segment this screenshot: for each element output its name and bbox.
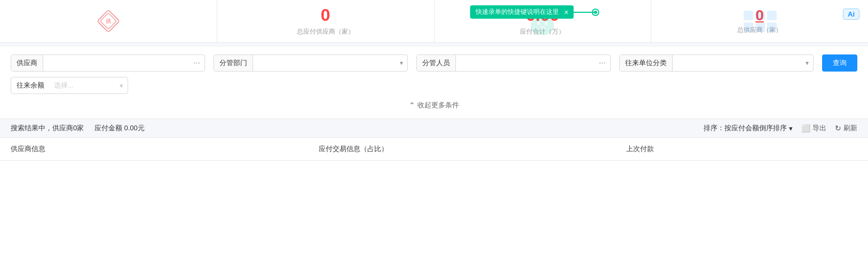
department-input[interactable] [257,59,400,67]
svg-point-8 [540,26,545,29]
collapse-label: 收起更多条件 [417,100,459,110]
unit-category-filter[interactable]: 往来单位分类 ▾ [619,54,814,72]
department-filter[interactable]: 分管部门 ▾ [214,54,408,72]
supplier-input[interactable] [48,59,193,67]
department-input-area[interactable]: ▾ [253,59,407,67]
filter-row-1: 供应商 ··· 分管部门 ▾ 分管人员 ··· 往来单位分类 [11,54,857,72]
col-header-supplier: 供应商信息 [11,144,319,154]
shortcut-tooltip: 快速录单的快捷键说明在这里 × [470,5,574,19]
table-body [0,161,868,275]
refresh-button[interactable]: ↻ 刷新 [835,123,857,133]
payable-suppliers-number: 0 [321,6,330,25]
stat-payable-suppliers-value: 0 总应付供应商（家） [217,0,435,42]
supplier-label: 供应商 [11,55,43,71]
balance-label: 往来余额 [11,77,50,93]
refresh-icon: ↻ [835,124,841,132]
svg-rect-10 [755,11,765,20]
result-summary: 搜索结果中，供应商0家 应付金额 0.00元 [11,123,145,133]
export-label: 导出 [812,123,826,133]
tooltip-dot [593,10,598,15]
col-header-lastpay: 上次付款 [626,144,857,154]
sort-button[interactable]: 排序：按应付会额倒序排序 ▾ [704,123,793,133]
supplier-filter[interactable]: 供应商 ··· [11,54,205,72]
svg-rect-9 [744,11,753,20]
unit-category-label: 往来单位分类 [620,55,673,71]
person-input[interactable] [460,59,599,67]
supplier-input-area[interactable]: ··· [43,58,204,68]
result-right: 排序：按应付会额倒序排序 ▾ ⬜ 导出 ↻ 刷新 [704,123,857,133]
supplier-dots-icon[interactable]: ··· [193,58,200,68]
collapse-bar: ⌃ 收起更多条件 [11,94,857,114]
col-header-transaction: 应付交易信息（占比） [319,144,627,154]
filter-area: 供应商 ··· 分管部门 ▾ 分管人员 ··· 往来单位分类 [0,47,868,119]
balance-placeholder: 选择... [54,81,74,90]
section-divider-1 [0,43,868,47]
person-input-area[interactable]: ··· [456,58,610,68]
collapse-icon: ⌃ [409,101,415,109]
stats-bar: 供 0 总应付供应商（家） 0.00 应付合计（万） 快速录单的快捷键说明在这里… [0,0,868,43]
grid-bg-icon [741,8,778,35]
person-dots-icon[interactable]: ··· [599,58,606,68]
table-header: 供应商信息 应付交易信息（占比） 上次付款 [0,138,868,161]
tooltip-close-btn[interactable]: × [564,9,569,16]
sort-chevron-icon[interactable]: ▾ [789,124,793,132]
person-label: 分管人员 [417,55,456,71]
result-bar: 搜索结果中，供应商0家 应付金额 0.00元 排序：按应付会额倒序排序 ▾ ⬜ … [0,119,868,138]
query-button[interactable]: 查询 [822,54,857,72]
svg-point-7 [545,22,548,25]
payable-suppliers-label: 总应付供应商（家） [297,27,354,36]
unit-category-chevron-icon[interactable]: ▾ [806,59,809,67]
stat-total-suppliers: 0 总供应商（家） Ai [651,0,868,42]
result-summary-text: 搜索结果中，供应商0家 [11,124,84,132]
result-amount-text: 应付金额 0.00元 [94,124,145,132]
tooltip-text: 快速录单的快捷键说明在这里 [476,7,559,17]
svg-rect-14 [767,22,777,32]
unit-category-input-area[interactable]: ▾ [673,59,813,67]
stat-total-payable-suppliers: 供 [0,0,217,42]
department-chevron-icon[interactable]: ▾ [400,59,403,67]
export-icon: ⬜ [801,124,810,132]
svg-rect-13 [755,22,765,32]
sort-label: 排序：按应付会额倒序排序 [704,123,787,133]
unit-category-input[interactable] [677,59,806,67]
svg-rect-11 [767,11,777,20]
collapse-button[interactable]: ⌃ 收起更多条件 [403,98,465,112]
ai-badge: Ai [843,9,859,20]
balance-select-area[interactable]: 选择... ▾ [50,81,128,90]
svg-rect-12 [744,22,753,32]
refresh-label: 刷新 [843,123,857,133]
svg-point-6 [537,22,540,25]
balance-chevron-icon[interactable]: ▾ [120,82,123,90]
department-label: 分管部门 [214,55,253,71]
person-filter[interactable]: 分管人员 ··· [416,54,611,72]
svg-text:供: 供 [105,18,112,24]
filter-row-2: 往来余额 选择... ▾ [11,77,857,94]
export-button[interactable]: ⬜ 导出 [801,123,826,133]
balance-filter[interactable]: 往来余额 选择... ▾ [11,77,128,94]
diamond-icon: 供 [92,5,124,37]
